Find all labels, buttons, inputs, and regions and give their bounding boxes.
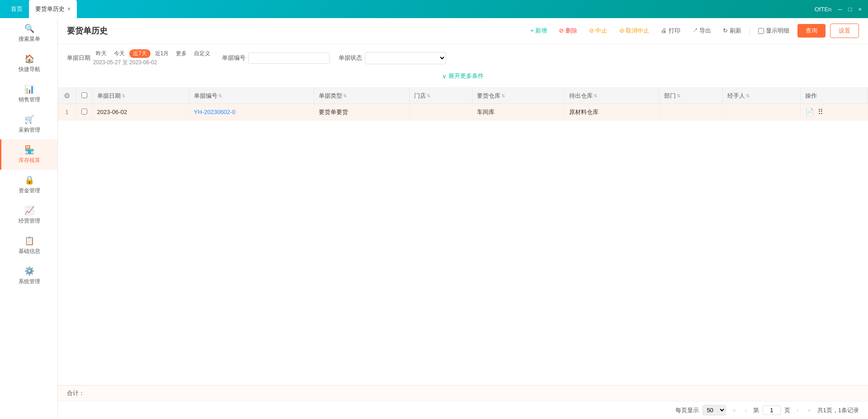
display-detail-checkbox[interactable]	[758, 28, 764, 34]
sort-bill-type[interactable]: 单据类型 ⇅	[319, 92, 405, 100]
page-size-select[interactable]: 50 20 100	[703, 405, 726, 415]
sidebar-item-finance-mgmt[interactable]: 🔒 资金管理	[0, 170, 57, 200]
col-date[interactable]: 单据日期 ⇅	[92, 88, 189, 104]
select-all-checkbox[interactable]	[81, 92, 87, 98]
sort-icon-pending-warehouse: ⇅	[594, 93, 597, 98]
col-actions: 操作	[800, 88, 868, 104]
print-button[interactable]: 🖨 打印	[657, 25, 684, 37]
close-btn[interactable]: ×	[856, 5, 863, 14]
filter-bill-no: 单据编号	[222, 52, 330, 64]
sort-date[interactable]: 单据日期 ⇅	[97, 92, 184, 100]
refresh-button[interactable]: ↻ 刷新	[719, 25, 745, 37]
sort-dept[interactable]: 部门 ⇅	[664, 92, 718, 100]
sidebar-item-label: 采购管理	[19, 126, 40, 134]
inventory-icon: 🏪	[24, 145, 34, 155]
stop-button[interactable]: ⊘ 中止	[585, 25, 611, 37]
date-btn-today[interactable]: 今天	[111, 49, 127, 58]
col-handler[interactable]: 经手人 ⇅	[723, 88, 800, 104]
page-header: 要货单历史 + 新增 ⊘ 删除 ⊘ 中止 ⊘ 取消中止 🖨 打印 ↗ 导出 ↻ …	[58, 18, 868, 44]
cell-checkbox[interactable]	[76, 104, 92, 120]
tab-home[interactable]: 首页	[5, 0, 29, 18]
page-input[interactable]	[763, 405, 781, 415]
sort-icon-bill-no: ⇅	[218, 93, 222, 98]
query-button[interactable]: 查询	[797, 24, 826, 38]
first-page-btn[interactable]: «	[730, 406, 738, 414]
sidebar-item-basic-info[interactable]: 📋 基础信息	[0, 230, 57, 261]
sidebar-item-label: 销售管理	[19, 96, 40, 104]
last-page-btn[interactable]: »	[805, 406, 813, 414]
view-action-icon[interactable]: 📄	[805, 108, 814, 116]
cancel-stop-button[interactable]: ⊘ 取消中止	[616, 25, 653, 37]
column-settings-icon[interactable]: ⚙	[64, 92, 70, 100]
sidebar-item-purchase-mgmt[interactable]: 🛒 采购管理	[0, 109, 57, 139]
sidebar-item-inventory[interactable]: 🏪 库存核算	[0, 139, 57, 170]
sort-icon-store: ⇅	[427, 93, 430, 98]
col-dept[interactable]: 部门 ⇅	[660, 88, 723, 104]
filter-row-1: 单据日期 昨天 今天 近7天 近1月 更多 自定义 2023-05-27 至 2…	[67, 49, 859, 67]
basic-info-icon: 📋	[24, 236, 34, 246]
sort-icon-handler: ⇅	[746, 93, 750, 98]
more-action-icon[interactable]: ⠿	[818, 108, 823, 116]
filter-area: 单据日期 昨天 今天 近7天 近1月 更多 自定义 2023-05-27 至 2…	[58, 44, 868, 88]
bill-no-link[interactable]: YH-20230602-0	[194, 109, 236, 115]
sort-pending-warehouse[interactable]: 待出仓库 ⇅	[569, 92, 655, 100]
cell-req-warehouse: 车间库	[472, 104, 564, 120]
tab-purchase-history[interactable]: 要货单历史 ×	[29, 0, 77, 18]
next-page-btn[interactable]: ›	[794, 406, 801, 414]
export-button[interactable]: ↗ 导出	[689, 25, 715, 37]
table-area: ⚙ 单据日期 ⇅ 单据编号	[58, 88, 868, 385]
table-header: ⚙ 单据日期 ⇅ 单据编号	[58, 88, 868, 104]
sidebar-item-label: 快捷导航	[19, 66, 40, 73]
sidebar: 🔍 搜索菜单 🏠 快捷导航 📊 销售管理 🛒 采购管理 🏪 库存核算 🔒 资金管…	[0, 18, 58, 419]
col-settings[interactable]: ⚙	[58, 88, 76, 104]
date-btn-more[interactable]: 更多	[173, 49, 189, 58]
row-checkbox[interactable]	[81, 109, 87, 114]
col-pending-warehouse[interactable]: 待出仓库 ⇅	[564, 88, 660, 104]
col-req-warehouse[interactable]: 要货仓库 ⇅	[472, 88, 564, 104]
settings-button[interactable]: 设置	[830, 24, 859, 38]
display-detail-toggle[interactable]: 显示明细	[755, 25, 793, 37]
tab-close-icon[interactable]: ×	[67, 6, 71, 12]
sort-bill-no[interactable]: 单据编号 ⇅	[194, 92, 309, 100]
minimize-btn[interactable]: ─	[836, 5, 844, 14]
col-bill-type[interactable]: 单据类型 ⇅	[314, 88, 410, 104]
col-checkbox[interactable]	[76, 88, 92, 104]
bill-no-input[interactable]	[248, 52, 330, 64]
page-jump-suffix: 页	[784, 406, 790, 414]
sort-store[interactable]: 门店 ⇅	[414, 92, 468, 100]
prev-page-btn[interactable]: ‹	[742, 406, 750, 414]
col-bill-no[interactable]: 单据编号 ⇅	[189, 88, 314, 104]
date-btn-7days[interactable]: 近7天	[129, 49, 151, 58]
date-btn-yesterday[interactable]: 昨天	[93, 49, 109, 58]
purchase-mgmt-icon: 🛒	[24, 114, 34, 124]
new-button[interactable]: + 新增	[527, 25, 551, 37]
sidebar-item-label: 基础信息	[19, 248, 40, 255]
sort-req-warehouse[interactable]: 要货仓库 ⇅	[477, 92, 559, 100]
sidebar-item-label: 系统管理	[19, 278, 40, 286]
sidebar-item-quick-nav[interactable]: 🏠 快捷导航	[0, 48, 57, 79]
brand-label: OfTEn	[813, 5, 834, 14]
date-btn-custom[interactable]: 自定义	[191, 49, 213, 58]
sidebar-item-ops-mgmt[interactable]: 📈 经营管理	[0, 200, 57, 230]
sort-handler[interactable]: 经手人 ⇅	[727, 92, 795, 100]
sidebar-item-sales-mgmt[interactable]: 📊 销售管理	[0, 79, 57, 109]
date-shortcut-group: 昨天 今天 近7天 近1月 更多 自定义	[93, 49, 213, 58]
action-icons: 📄 ⠿	[805, 108, 863, 116]
date-shortcuts: 昨天 今天 近7天 近1月 更多 自定义 2023-05-27 至 2023-0…	[93, 49, 213, 67]
expand-icon: ∨	[442, 73, 447, 80]
window-controls: OfTEn ─ □ ×	[813, 5, 863, 14]
main-layout: 🔍 搜索菜单 🏠 快捷导航 📊 销售管理 🛒 采购管理 🏪 库存核算 🔒 资金管…	[0, 18, 868, 419]
bill-no-label: 单据编号	[222, 54, 245, 62]
maximize-btn[interactable]: □	[847, 5, 854, 14]
sort-icon-dept: ⇅	[677, 93, 680, 98]
sidebar-item-search-menu[interactable]: 🔍 搜索菜单	[0, 18, 57, 48]
cell-bill-no: YH-20230602-0	[189, 104, 314, 120]
cell-date: 2023-06-02	[92, 104, 189, 120]
status-select[interactable]	[365, 52, 446, 64]
date-btn-1month[interactable]: 近1月	[152, 49, 172, 58]
col-store[interactable]: 门店 ⇅	[409, 88, 472, 104]
expand-more-btn[interactable]: ∨ 展开更多条件	[439, 70, 487, 82]
delete-button[interactable]: ⊘ 删除	[555, 25, 581, 37]
table-row[interactable]: 1 2023-06-02 YH-20230602-0 要货单要货 车间库 原材料…	[58, 104, 868, 120]
sidebar-item-sys-mgmt[interactable]: ⚙️ 系统管理	[0, 261, 57, 291]
